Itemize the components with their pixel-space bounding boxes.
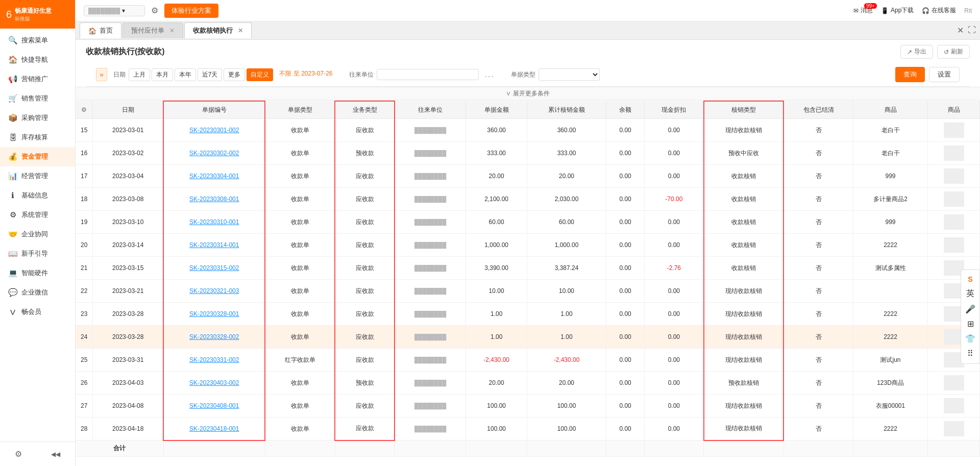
sidebar-item-guide[interactable]: 📖新手引导 <box>0 244 75 263</box>
sidebar-item-wechat[interactable]: 💬企业微信 <box>0 283 75 302</box>
query-button[interactable]: 查询 <box>895 67 925 82</box>
cell-amount: 1.00 <box>466 326 527 349</box>
message-button[interactable]: ✉ 消息 99+ <box>853 6 873 15</box>
sidebar-item-sales[interactable]: 🛒销售管理 <box>0 89 75 108</box>
cell-balance: 0.00 <box>606 165 645 188</box>
voucher-type-select[interactable] <box>538 68 600 81</box>
sidebar-item-enterprise[interactable]: 🤝企业协同 <box>0 225 75 244</box>
cell-included: 否 <box>783 395 853 418</box>
order-link[interactable]: SK-20230321-003 <box>189 287 239 295</box>
sidebar-item-inventory[interactable]: 🗄库存核算 <box>0 128 75 147</box>
cell-num: 25 <box>76 349 93 372</box>
sidebar-item-operation[interactable]: 📊经营管理 <box>0 166 75 186</box>
cell-amount: 20.00 <box>466 372 527 395</box>
sidebar-item-member[interactable]: V畅会员 <box>0 302 75 322</box>
cell-verify-type: 收款核销 <box>704 165 784 188</box>
float-star-btn[interactable]: 英 <box>964 287 976 300</box>
sidebar-item-finance[interactable]: 💰资金管理 <box>0 147 75 166</box>
this-year-btn[interactable]: 本年 <box>175 68 196 81</box>
table-row: 15 2023-03-01 SK-20230301-002 收款单 应收款 ██… <box>76 119 980 142</box>
order-link[interactable]: SK-20230315-002 <box>189 264 239 272</box>
total-bill-type <box>265 440 335 457</box>
this-month-btn[interactable]: 本月 <box>152 68 173 81</box>
filter-collapse-button[interactable]: » <box>96 68 107 81</box>
refresh-button[interactable]: ↺ 刷新 <box>937 45 970 59</box>
cell-bill-type: 收款单 <box>265 165 335 188</box>
cell-verify-type: 收款核销 <box>704 211 784 234</box>
solution-button[interactable]: 体验行业方案 <box>164 4 218 18</box>
user-name[interactable]: Rit <box>964 7 972 14</box>
collapse-icon[interactable]: ◀◀ <box>48 448 63 461</box>
order-link[interactable]: SK-20230304-001 <box>189 173 239 180</box>
tab-expand-icon[interactable]: ⛶ <box>968 26 976 35</box>
order-link[interactable]: SK-20230308-001 <box>189 195 239 203</box>
more-date-btn[interactable]: 更多 <box>224 68 245 81</box>
sidebar-item-quicknav[interactable]: 🏠快捷导航 <box>0 50 75 69</box>
sidebar-item-purchase[interactable]: 📦采购管理 <box>0 108 75 128</box>
filter-settings-button[interactable]: 设置 <box>929 67 960 82</box>
cell-order-no: SK-20230302-002 <box>163 142 265 165</box>
float-brand-btn[interactable]: S <box>964 274 976 284</box>
sidebar-item-search[interactable]: 🔍搜索菜单 <box>0 31 75 50</box>
cell-verify-type: 收款核销 <box>704 188 784 211</box>
order-link[interactable]: SK-20230331-002 <box>189 356 239 363</box>
tab-prepay-close[interactable]: ✕ <box>169 27 175 34</box>
tab-home[interactable]: 🏠 首页 <box>80 22 121 38</box>
order-link[interactable]: SK-20230408-001 <box>189 402 239 409</box>
partner-filter-input[interactable] <box>377 69 479 80</box>
sidebar-item-label: 快捷导航 <box>21 55 48 64</box>
settings-icon[interactable]: ⚙ <box>12 446 25 462</box>
order-link[interactable]: SK-20230301-002 <box>189 127 239 134</box>
order-link[interactable]: SK-20230328-002 <box>189 333 239 340</box>
app-download-button[interactable]: 📱 App下载 <box>881 6 914 15</box>
cell-included: 否 <box>783 372 853 395</box>
cell-bill-type: 收款单 <box>265 142 335 165</box>
float-mic-btn[interactable]: 🎤 <box>964 303 976 315</box>
logo-text-area: 畅康通好生意 标推版 <box>15 7 52 22</box>
cell-settled: 1.00 <box>527 303 606 326</box>
sidebar-item-hardware[interactable]: 💻智能硬件 <box>0 263 75 283</box>
workspace-selector[interactable]: ████████ ▾ <box>84 5 145 16</box>
cell-biz-type: 应收款 <box>335 303 395 326</box>
basic-icon: ℹ <box>8 191 17 200</box>
table-row: 16 2023-03-02 SK-20230302-002 收款单 预收款 ██… <box>76 142 980 165</box>
order-link[interactable]: SK-20230418-001 <box>189 425 239 432</box>
cell-product2 <box>928 119 980 142</box>
cell-bill-type: 收款单 <box>265 257 335 280</box>
tab-prepay[interactable]: 预付应付单 ✕ <box>122 22 183 38</box>
sidebar-item-system[interactable]: ⚙系统管理 <box>0 205 75 225</box>
col-settings[interactable]: ⚙ <box>76 101 93 119</box>
sidebar-item-basic[interactable]: ℹ基础信息 <box>0 186 75 205</box>
col-bill-type: 单据类型 <box>265 101 335 119</box>
gear-icon[interactable]: ⚙ <box>149 4 160 17</box>
float-shirt-btn[interactable]: 👕 <box>964 333 976 345</box>
last-7days-btn[interactable]: 近7天 <box>198 68 223 81</box>
order-link[interactable]: SK-20230403-002 <box>189 379 239 386</box>
online-service-button[interactable]: 🎧 在线客服 <box>922 6 956 15</box>
phone-icon: 📱 <box>881 7 889 14</box>
order-link[interactable]: SK-20230328-001 <box>189 310 239 317</box>
order-link[interactable]: SK-20230314-001 <box>189 241 239 249</box>
custom-date-btn[interactable]: 自定义 <box>247 68 273 81</box>
tab-close-all-icon[interactable]: ✕ <box>957 26 964 35</box>
cell-balance: 0.00 <box>606 188 645 211</box>
cell-num: 19 <box>76 211 93 234</box>
float-grid-btn[interactable]: ⊞ <box>964 318 976 330</box>
expand-more-bar[interactable]: ∨ 展开更多条件 <box>76 87 980 101</box>
tab-receipt-close[interactable]: ✕ <box>238 27 243 34</box>
last-month-btn[interactable]: 上月 <box>129 68 150 81</box>
cell-discount: 0.00 <box>645 142 704 165</box>
cell-date: 2023-03-28 <box>93 303 163 326</box>
cell-amount: 100.00 <box>466 418 527 440</box>
cell-included: 否 <box>783 418 853 440</box>
order-link[interactable]: SK-20230302-002 <box>189 150 239 157</box>
cell-discount: 0.00 <box>645 395 704 418</box>
cell-included: 否 <box>783 119 853 142</box>
sidebar-item-marketing[interactable]: 📢营销推广 <box>0 69 75 89</box>
export-button[interactable]: ↗ 导出 <box>900 45 933 59</box>
tab-receipt[interactable]: 收款核销执行 ✕ <box>184 22 252 38</box>
float-apps-btn[interactable]: ⠿ <box>964 348 976 359</box>
cell-order-no: SK-20230310-001 <box>163 211 265 234</box>
cell-product2 <box>928 211 980 234</box>
order-link[interactable]: SK-20230310-001 <box>189 218 239 226</box>
